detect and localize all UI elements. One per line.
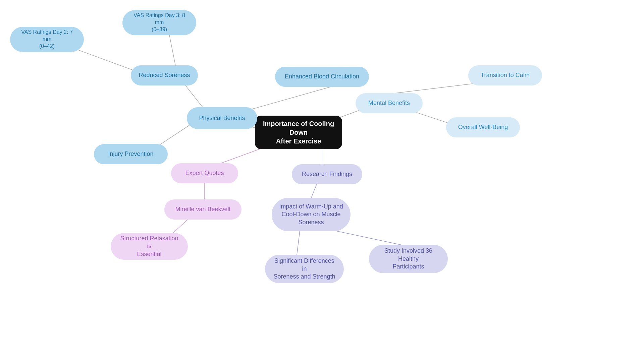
center-node: Importance of Cooling Down After Exercis…	[255, 116, 342, 149]
research-findings-node: Research Findings	[292, 164, 362, 184]
transition-calm-node: Transition to Calm	[468, 65, 542, 85]
structured-relaxation-node: Structured Relaxation is Essential	[111, 233, 188, 260]
expert-quotes-node: Expert Quotes	[171, 163, 238, 183]
mireille-node: Mireille van Beekvelt	[164, 199, 241, 220]
overall-wellbeing-node: Overall Well-Being	[446, 117, 520, 137]
vas-day3-node: VAS Ratings Day 3: 8 mm (0–39)	[122, 10, 196, 35]
study-36-node: Study Involved 36 Healthy Participants	[369, 245, 448, 273]
impact-warmup-node: Impact of Warm-Up and Cool-Down on Muscl…	[272, 198, 351, 231]
enhanced-blood-node: Enhanced Blood Circulation	[275, 67, 369, 87]
reduced-soreness-node: Reduced Soreness	[131, 65, 198, 85]
svg-line-14	[297, 228, 300, 255]
injury-prevention-node: Injury Prevention	[94, 144, 168, 164]
mental-benefits-node: Mental Benefits	[356, 93, 423, 113]
vas-day2-node: VAS Ratings Day 2: 7 mm (0–42)	[10, 27, 84, 52]
physical-benefits-node: Physical Benefits	[187, 107, 257, 129]
significant-diff-node: Significant Differences in Soreness and …	[265, 255, 344, 283]
